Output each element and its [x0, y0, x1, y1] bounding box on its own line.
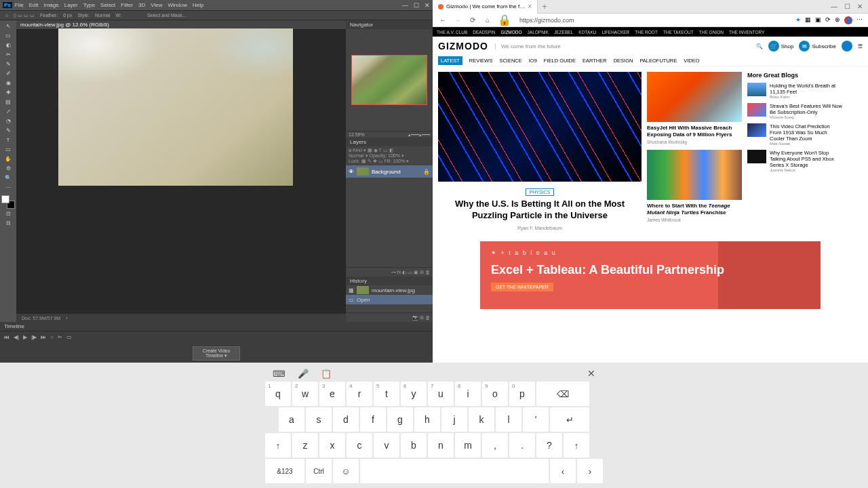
marquee-tool[interactable]: ▭ [1, 31, 15, 40]
hero-headline[interactable]: Why the U.S. Is Betting It All on the Mo… [438, 199, 642, 222]
key-e[interactable]: 3e [319, 382, 345, 406]
key-,[interactable]: , [482, 433, 508, 458]
network-link[interactable]: THE TAKEOUT [663, 30, 694, 35]
network-link[interactable]: DEADSPIN [473, 30, 495, 35]
key-w[interactable]: 2w [292, 382, 318, 406]
key-c[interactable]: c [347, 433, 372, 458]
key-v[interactable]: v [374, 433, 399, 458]
clipboard-icon[interactable]: 📋 [321, 369, 332, 379]
type-tool[interactable]: T [1, 136, 15, 144]
story-title[interactable]: Where to Start With the Teenage Mutant N… [647, 203, 742, 216]
menu-edit[interactable]: Edit [29, 2, 39, 8]
nav-reviews[interactable]: REVIEWS [469, 58, 493, 64]
network-link[interactable]: THE INVENTORY [729, 30, 765, 35]
screenmode-tool[interactable]: ⊟ [1, 219, 15, 228]
keyboard-close-icon[interactable]: ✕ [587, 368, 595, 379]
avatar-icon[interactable]: 👤 [842, 41, 852, 52]
key-right[interactable]: › [577, 459, 603, 483]
key-?[interactable]: ? [536, 433, 562, 458]
pen-tool[interactable]: ✎ [1, 126, 15, 135]
key-backspace[interactable]: ⌫ [536, 382, 589, 406]
quickmask-tool[interactable]: ⊡ [1, 209, 15, 218]
browser-close[interactable]: ✕ [857, 3, 863, 10]
nav-back-button[interactable]: ← [438, 16, 448, 24]
opt-style-value[interactable]: Normal [95, 13, 111, 18]
network-link[interactable]: JEZEBEL [554, 30, 573, 35]
network-link[interactable]: LIFEHACKER [601, 30, 629, 35]
lasso-tool[interactable]: ◐ [1, 41, 15, 49]
key-d[interactable]: d [333, 407, 359, 432]
nav-earther[interactable]: EARTHER [583, 58, 607, 64]
key-.[interactable]: . [509, 433, 535, 458]
ad-banner[interactable]: ✦ + t a b l e a u Excel + Tableau: A Bea… [480, 241, 821, 309]
microphone-icon[interactable]: 🎤 [298, 369, 309, 379]
menu-select[interactable]: Select [100, 2, 115, 8]
search-icon[interactable]: 🔍 [756, 43, 763, 49]
profile-icon[interactable]: 👤 [844, 16, 852, 24]
home-icon[interactable]: ⌂ [5, 13, 8, 18]
key-u[interactable]: 7u [428, 382, 454, 406]
key-shift-right[interactable]: ↑ [564, 433, 589, 458]
ext1-icon[interactable]: ▦ [805, 16, 811, 24]
key-f[interactable]: f [360, 407, 386, 432]
gizmodo-logo[interactable]: GIZMODO [438, 41, 488, 52]
ext4-icon[interactable]: ⊕ [835, 16, 840, 24]
new-tab-button[interactable]: + [538, 2, 551, 12]
visibility-icon[interactable]: 👁 [349, 169, 354, 175]
key-ctrl[interactable]: Ctrl [306, 459, 332, 483]
nav-home-button[interactable]: ⌂ [483, 16, 492, 24]
key-space[interactable] [360, 459, 549, 483]
key-h[interactable]: h [414, 407, 440, 432]
history-panel-title[interactable]: History [346, 277, 433, 285]
url-input[interactable]: https://gizmodo.com [517, 16, 790, 25]
key-j[interactable]: j [441, 407, 467, 432]
nav-fieldguide[interactable]: FIELD GUIDE [544, 58, 576, 64]
heal-tool[interactable]: ◉ [1, 79, 15, 87]
timeline-controls[interactable]: ⏮◀|▶|▶⏭○✂▭ [0, 331, 433, 342]
ps-canvas[interactable]: mountain-view.jpg @ 12.6% (RGB/8) Doc: 5… [16, 20, 346, 322]
nav-refresh-button[interactable]: ⟳ [468, 16, 477, 24]
key-'[interactable]: ' [523, 407, 549, 432]
menu-type[interactable]: Type [83, 2, 95, 8]
key-b[interactable]: b [401, 433, 427, 458]
dodge-tool[interactable]: ◔ [1, 117, 15, 125]
ext2-icon[interactable]: ▣ [815, 16, 821, 24]
key-enter[interactable]: ↵ [550, 407, 589, 432]
shop-button[interactable]: 🛒Shop [768, 41, 794, 52]
key-i[interactable]: 8i [455, 382, 481, 406]
key-x[interactable]: x [319, 433, 345, 458]
hamburger-icon[interactable]: ☰ [858, 43, 863, 49]
story-card[interactable]: EasyJet Hit With Massive Breach Exposing… [647, 72, 742, 144]
network-link[interactable]: GIZMODO [501, 30, 522, 35]
key-left[interactable]: ‹ [550, 459, 576, 483]
eyedropper-tool[interactable]: ✎ [1, 60, 15, 68]
network-link[interactable]: THE ONION [699, 30, 724, 35]
network-link[interactable]: THE ROOT [635, 30, 658, 35]
ad-cta-button[interactable]: GET THE WHITEPAPER [491, 283, 553, 291]
create-video-timeline-button[interactable]: Create Video Timeline ▾ [193, 346, 240, 361]
ps-minimize[interactable]: — [402, 2, 408, 9]
key-t[interactable]: 5t [374, 382, 399, 406]
key-g[interactable]: g [387, 407, 413, 432]
key-q[interactable]: 1q [265, 382, 291, 406]
crop-tool[interactable]: ✂ [1, 50, 15, 59]
tab-close-icon[interactable]: × [528, 3, 532, 10]
layer-row-background[interactable]: 👁 Background 🔒 [346, 165, 433, 178]
menu-3d[interactable]: 3D [138, 2, 145, 8]
blog-item[interactable]: Holding the World's Breath at 11,135 Fee… [747, 83, 842, 99]
key-r[interactable]: 4r [347, 382, 372, 406]
shape-tool[interactable]: ▭ [1, 145, 15, 154]
menu-view[interactable]: View [151, 2, 162, 8]
ps-close[interactable]: ✕ [425, 2, 430, 9]
key-z[interactable]: z [292, 433, 318, 458]
gradient-tool[interactable]: ▤ [1, 98, 15, 106]
story-title[interactable]: EasyJet Hit With Massive Breach Exposing… [647, 125, 742, 138]
key-n[interactable]: n [428, 433, 454, 458]
key-numbers[interactable]: &123 [265, 459, 304, 483]
more-tools[interactable]: ⋯ [1, 183, 15, 192]
menu-help[interactable]: Help [193, 2, 203, 8]
timeline-title[interactable]: Timeline [0, 322, 433, 331]
layers-panel-title[interactable]: Layers [346, 138, 433, 146]
history-step-open[interactable]: ▭ Open [346, 295, 433, 304]
browser-maximize[interactable]: ☐ [844, 3, 850, 10]
